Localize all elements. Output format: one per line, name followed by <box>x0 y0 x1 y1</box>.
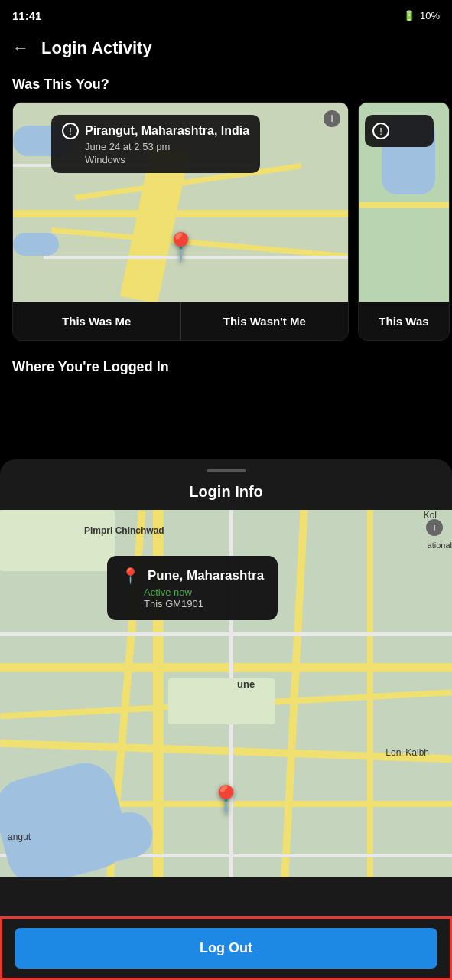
where-logged-in-section: Where You're Logged In <box>0 359 452 390</box>
login-info-title: Login Info <box>0 480 452 510</box>
logout-button[interactable]: Log Out <box>15 928 437 969</box>
this-wasnt-me-button[interactable]: This Wasn't Me <box>181 302 349 340</box>
login-info-map: i 📍 Pune, Maharashtra Active now This GM… <box>0 510 452 877</box>
map-1: ! Pirangut, Maharashtra, India June 24 a… <box>13 103 348 302</box>
map-label-angut: angut <box>8 831 31 842</box>
map-label-kol: Kol <box>424 510 437 521</box>
location-platform-1: Windows <box>85 154 249 165</box>
location-bubble-1: ! Pirangut, Maharashtra, India June 24 a… <box>51 115 260 173</box>
info-dot-map[interactable]: i <box>426 519 443 536</box>
this-was-me-button[interactable]: This Was Me <box>13 302 181 340</box>
login-activity-cards: ! Pirangut, Maharashtra, India June 24 a… <box>0 102 452 341</box>
location-bubble-2: ! <box>365 115 434 147</box>
location-date-1: June 24 at 2:53 pm <box>85 141 249 152</box>
warning-icon-2: ! <box>372 122 389 139</box>
bottom-sheet: Login Info i 📍 Pune, Maharashtra <box>0 459 452 980</box>
pune-device-name: This GM1901 <box>144 598 264 609</box>
info-dot-1[interactable]: i <box>324 110 340 127</box>
pune-location-name: Pune, Maharashtra <box>148 568 264 583</box>
map-2-partial: ! <box>359 103 449 302</box>
pune-active-status: Active now <box>144 586 264 598</box>
this-was-button-partial[interactable]: This Was <box>359 302 449 340</box>
was-this-you-title: Was This You? <box>0 70 452 102</box>
battery-text: 10% <box>420 10 440 21</box>
warning-icon: ! <box>62 122 79 139</box>
logout-container: Log Out <box>0 916 452 980</box>
map-label-national: ational <box>428 541 452 550</box>
sheet-handle <box>207 469 246 472</box>
back-button[interactable]: ← <box>12 38 29 58</box>
map-label-pune: une <box>237 678 255 690</box>
map-label-pimpri: Pimpri Chinchwad <box>84 525 164 536</box>
page-title: Login Activity <box>41 38 152 58</box>
header: ← Login Activity <box>0 31 452 70</box>
map-pin-1: 📍 <box>164 231 198 263</box>
battery-icon: 🔋 <box>403 10 415 21</box>
map-pin-pune: 📍 <box>209 784 243 816</box>
status-right: 🔋 10% <box>403 10 440 21</box>
map-label-loni: Loni Kalbh <box>385 747 429 758</box>
status-time: 11:41 <box>12 9 41 22</box>
location-name-1: Pirangut, Maharashtra, India <box>85 124 249 138</box>
location-pin-icon: 📍 <box>121 567 140 585</box>
card-1-buttons: This Was Me This Wasn't Me <box>13 302 348 340</box>
pune-location-bubble: 📍 Pune, Maharashtra Active now This GM19… <box>107 556 278 620</box>
login-card-2-partial: ! This Was <box>358 102 450 341</box>
where-logged-in-title: Where You're Logged In <box>12 359 440 375</box>
login-card-1: ! Pirangut, Maharashtra, India June 24 a… <box>12 102 349 341</box>
status-bar: 11:41 🔋 10% <box>0 0 452 31</box>
